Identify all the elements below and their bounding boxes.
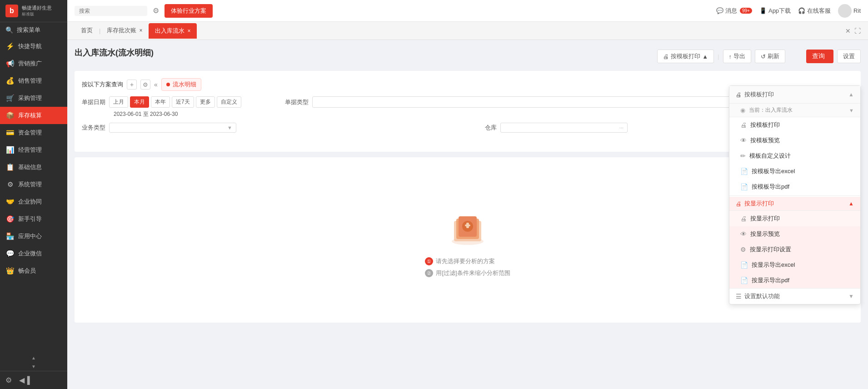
message-label: 消息 (725, 7, 737, 15)
template-export-excel-label: 按模板导出excel (752, 167, 795, 175)
app-download-item[interactable]: 📱 App下载 (759, 7, 791, 15)
print-dropdown-collapse-icon[interactable]: ▲ (848, 91, 854, 98)
date-btn-7days[interactable]: 近7天 (172, 96, 194, 108)
export-button[interactable]: ↑ 导出 (723, 50, 752, 63)
print-item-display-preview[interactable]: 👁 按显示预览 (729, 226, 860, 242)
date-btn-current-month[interactable]: 本月 (130, 96, 149, 108)
tab-stock-flow[interactable]: 出入库流水 × (149, 23, 197, 39)
user-avatar-item[interactable]: Rit (838, 4, 861, 18)
print-item-display-print[interactable]: 🖨 按显示打印 (729, 211, 860, 226)
print-template-label: 按模板打印 (671, 52, 700, 60)
cta-button[interactable]: 体验行业方案 (165, 4, 213, 18)
collab-icon: 🤝 (5, 198, 15, 206)
print-dropdown-header: 🖨 按模板打印 ▲ (729, 86, 860, 104)
maximize-icon[interactable]: ⛶ (854, 27, 861, 35)
sidebar-item-label: 销售管理 (18, 77, 42, 85)
sidebar-item-wechat[interactable]: 💬 企业微信 (0, 245, 67, 262)
topbar-search-box[interactable] (75, 6, 147, 16)
sidebar-item-sales[interactable]: 💰 销售管理 (0, 72, 67, 90)
online-service-item[interactable]: 🎧 在线客服 (798, 7, 831, 15)
tip-num-2: ② (425, 269, 433, 277)
tab-stock-flow-label: 出入库流水 (155, 27, 185, 35)
filter-settings-button[interactable]: ⚙ (140, 80, 150, 90)
sidebar-item-guide[interactable]: 🎯 新手引导 (0, 210, 67, 228)
print-item-display-export-excel[interactable]: 📄 按显示导出excel (729, 257, 860, 273)
tab-home[interactable]: 首页 (75, 23, 99, 39)
page-title: 出入库流水(流水明细) (75, 47, 154, 58)
sidebar-item-operations[interactable]: 📊 经营管理 (0, 141, 67, 159)
print-item-display-export-pdf[interactable]: 📄 按显示导出pdf (729, 273, 860, 288)
print-item-template-export-pdf[interactable]: 📄 按模板导出pdf (729, 179, 860, 194)
print-item-template-print[interactable]: 🖨 按模板打印 (729, 117, 860, 133)
query-button[interactable]: 查询 (806, 50, 833, 63)
print-section-display-label[interactable]: 🖨 按显示打印 ▲ (729, 197, 860, 211)
print-item-template-preview[interactable]: 👁 按模板预览 (729, 133, 860, 148)
current-template-arrow-icon[interactable]: ▼ (849, 108, 854, 113)
empty-tip-1: ① 请先选择要分析的方案 (425, 257, 510, 265)
message-item[interactable]: 💬 消息 99+ (716, 7, 752, 15)
set-default-button[interactable]: ☰ 设置默认功能 ▼ (729, 288, 860, 304)
display-print-label: 按显示打印 (750, 214, 780, 223)
close-page-icon[interactable]: ✕ (845, 27, 851, 35)
sidebar-item-collab[interactable]: 🤝 企业协同 (0, 193, 67, 210)
sidebar-item-finance[interactable]: 💳 资金管理 (0, 124, 67, 141)
filter-collapse-button[interactable]: « (154, 81, 158, 88)
add-filter-button[interactable]: + (127, 80, 137, 90)
tab-inventory-batch-label: 库存批次账 (107, 26, 136, 35)
online-service-label: 在线客服 (807, 7, 831, 15)
sidebar-item-marketing[interactable]: 📢 营销推广 (0, 55, 67, 72)
sidebar-item-basic[interactable]: 📋 基础信息 (0, 159, 67, 176)
sidebar-item-label: 经营管理 (18, 146, 42, 154)
tab-inventory-batch-close[interactable]: × (139, 27, 142, 34)
date-btn-current-year[interactable]: 本年 (151, 96, 170, 108)
print-item-template-custom[interactable]: ✏ 模板自定义设计 (729, 148, 860, 164)
print-template-button[interactable]: 🖨 按模板打印 ▲ (657, 50, 714, 63)
business-type-field: 业务类型 ▼ (82, 123, 450, 133)
filter-header-label: 按以下方案查询 (82, 80, 123, 89)
tab-inventory-batch[interactable]: 库存批次账 × (100, 23, 149, 39)
settings-button[interactable]: 设置 (837, 50, 861, 63)
refresh-button[interactable]: ↺ 刷新 (755, 50, 785, 63)
sidebar-item-member[interactable]: 👑 畅会员 (0, 262, 67, 279)
display-section-arrow-icon[interactable]: ▲ (848, 200, 854, 207)
business-type-label: 业务类型 (82, 124, 105, 132)
filter-tag-item[interactable]: 流水明细 (161, 78, 201, 91)
sidebar-item-system[interactable]: ⚙ 系统管理 (0, 176, 67, 193)
sales-icon: 💰 (5, 77, 15, 85)
warehouse-more-icon[interactable]: ··· (619, 125, 624, 130)
template-export-excel-icon: 📄 (740, 168, 748, 175)
sidebar-item-inventory[interactable]: 📦 库存核算 (0, 107, 67, 124)
date-btn-last-month[interactable]: 上月 (109, 96, 128, 108)
sidebar-logo: b 畅捷通好生意 标准版 (0, 0, 67, 22)
date-btn-more[interactable]: 更多 (196, 96, 215, 108)
refresh-icon: ↺ (761, 53, 766, 60)
sidebar-scroll-up[interactable]: ▲ (0, 354, 67, 362)
sidebar-item-appstore[interactable]: 🏪 应用中心 (0, 228, 67, 245)
toolbar-divider: | (718, 53, 719, 60)
topbar-gear-icon[interactable]: ⚙ (153, 6, 159, 15)
doc-type-label: 单据类型 (285, 98, 309, 106)
sidebar-item-purchase[interactable]: 🛒 采购管理 (0, 90, 67, 107)
main-area: ⚙ 体验行业方案 💬 消息 99+ 📱 App下载 🎧 在线客服 Rit (67, 0, 868, 389)
template-print-label: 按模板打印 (750, 121, 780, 129)
sidebar-scroll-down[interactable]: ▼ (0, 362, 67, 371)
display-export-excel-icon: 📄 (740, 261, 748, 269)
collapse-sidebar-icon[interactable]: ◀▐ (19, 376, 30, 384)
sidebar-item-label: 企业协同 (18, 198, 42, 206)
topbar-search-input[interactable] (79, 8, 143, 14)
tab-stock-flow-close[interactable]: × (187, 28, 190, 34)
sidebar-search-item[interactable]: 🔍 搜索菜单 (0, 22, 67, 38)
business-type-select[interactable]: ▼ (109, 123, 236, 133)
inventory-icon: 📦 (5, 111, 15, 120)
refresh-label: 刷新 (768, 52, 779, 60)
warehouse-select[interactable]: ··· (500, 123, 628, 133)
sidebar-item-quick-nav[interactable]: ⚡ 快捷导航 (0, 38, 67, 55)
empty-tip-2: ② 用[过滤]条件来缩小分析范围 (425, 269, 510, 277)
phone-icon: 📱 (759, 7, 767, 14)
date-btn-custom[interactable]: 自定义 (217, 96, 241, 108)
guide-icon: 🎯 (5, 215, 15, 223)
print-item-display-settings[interactable]: ⚙ 按显示打印设置 (729, 242, 860, 257)
settings-bottom-icon[interactable]: ⚙ (5, 376, 12, 384)
print-item-template-export-excel[interactable]: 📄 按模板导出excel (729, 164, 860, 179)
empty-illustration (445, 203, 490, 248)
